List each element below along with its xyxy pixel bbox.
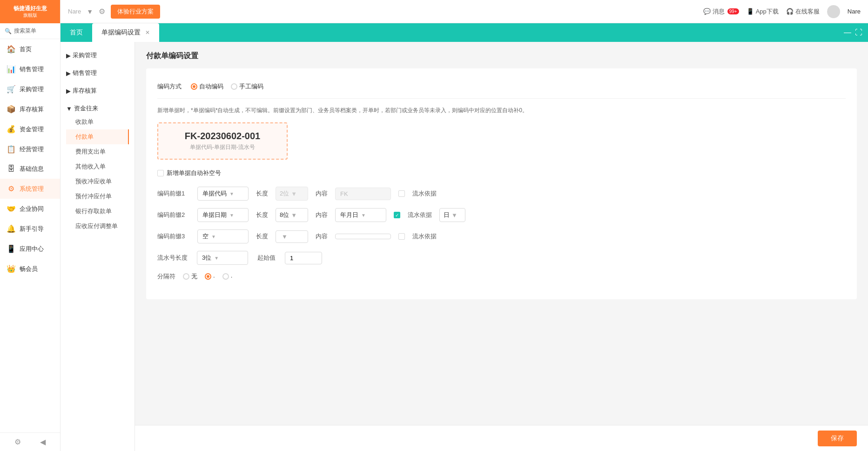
prefix2-content-select[interactable]: 年月日 ▼ (335, 208, 386, 222)
online-service-label: 在线客服 (795, 7, 820, 16)
prefix3-length-select[interactable]: ▼ (276, 230, 308, 243)
topbar-dropdown-icon[interactable]: ▼ (87, 8, 93, 15)
prefix2-content-label: 内容 (316, 211, 328, 219)
message-btn[interactable]: 💬 消息 99+ (703, 7, 739, 16)
auto-radio-dot (191, 83, 197, 90)
sep-radio-dot-dot (205, 273, 211, 280)
sub-group-inventory-title[interactable]: ▶ 库存核算 (66, 85, 129, 97)
sidebar-item-home[interactable]: 🏠 首页 (0, 39, 60, 59)
topbar-gear-icon[interactable]: ⚙ (99, 7, 105, 16)
prefix1-serial-checkbox[interactable] (398, 190, 405, 197)
sidebar-item-enterprise[interactable]: 🤝 企业协同 (0, 199, 60, 219)
prefix2-value: 单据日期 (202, 211, 227, 219)
sidebar-item-system[interactable]: ⚙ 系统管理 (0, 179, 60, 199)
sidebar-item-inventory[interactable]: 📦 库存核算 (0, 99, 60, 119)
sn-row: 流水号长度 3位 ▼ 起始值 (157, 251, 846, 265)
home-label: 首页 (20, 45, 32, 54)
prefix2-length-arrow: ▼ (291, 212, 297, 219)
sidebar-item-sales[interactable]: 📊 销售管理 (0, 59, 60, 79)
prefix1-length-label: 长度 (256, 189, 268, 198)
sep-radio-none[interactable]: 无 (183, 272, 197, 281)
day-select[interactable]: 日 ▼ (439, 208, 465, 222)
purchase-icon: 🛒 (7, 85, 16, 94)
auto-fill-label: 新增单据自动补空号 (167, 169, 221, 177)
prefix1-content-label: 内容 (316, 189, 328, 198)
sub-menu-item-other-income[interactable]: 其他收入单 (66, 159, 129, 174)
user-avatar[interactable] (827, 5, 840, 18)
start-value-input[interactable] (285, 252, 322, 264)
encoding-radio-group: 自动编码 手工编码 (191, 82, 263, 91)
settings-icon[interactable]: ⚙ (14, 438, 21, 446)
topbar: Nare ▼ ⚙ 体验行业方案 💬 消息 99+ 📱 App下载 🎧 在线客服 … (61, 0, 868, 23)
prefix1-value: 单据代码 (202, 189, 227, 198)
prefix1-length-arrow: ▼ (291, 190, 297, 197)
sidebar-item-newguide[interactable]: 🔔 新手引导 (0, 219, 60, 239)
prefix2-serial-checkbox[interactable]: ✓ (394, 212, 400, 218)
prefix3-select[interactable]: 空 ▼ (197, 229, 249, 243)
sub-group-purchase: ▶ 采购管理 (61, 46, 135, 63)
message-badge: 99+ (727, 8, 739, 14)
sidebar-item-member[interactable]: 👑 畅会员 (0, 259, 60, 279)
sub-menu-item-payment[interactable]: 付款单 (66, 129, 129, 144)
inventory-icon: 📦 (7, 105, 16, 114)
sidebar-item-operation[interactable]: 📋 经营管理 (0, 139, 60, 159)
content-area: ▶ 采购管理 ▶ 销售管理 ▶ 库存核算 ▼ 资金往来 (61, 42, 868, 451)
prefix3-label: 编码前缀3 (157, 232, 190, 241)
sub-menu-item-bank[interactable]: 银行存取款单 (66, 204, 129, 219)
day-value: 日 (444, 211, 450, 219)
sep-radio-dash[interactable]: · (222, 273, 233, 280)
sidebar-item-finance[interactable]: 💰 资金管理 (0, 119, 60, 139)
sub-group-sales-title[interactable]: ▶ 销售管理 (66, 67, 129, 79)
prefix1-length-value: 2位 (280, 189, 289, 198)
sub-menu-item-prepay-ap[interactable]: 预付冲应付单 (66, 189, 129, 204)
collapse-icon[interactable]: ◀ (40, 438, 46, 446)
operation-label: 经营管理 (20, 145, 44, 154)
auto-fill-checkbox[interactable] (157, 170, 164, 176)
prefix2-content-arrow: ▼ (361, 213, 366, 218)
tab-maximize-icon[interactable]: ⛶ (855, 28, 862, 37)
preview-box: FK-20230602-001 单据代码-单据日期-流水号 (157, 122, 288, 160)
online-service-btn[interactable]: 🎧 在线客服 (786, 7, 820, 16)
tab-minimize-icon[interactable]: — (844, 28, 851, 37)
prefix2-select[interactable]: 单据日期 ▼ (197, 208, 249, 222)
tab-home[interactable]: 首页 (61, 23, 92, 42)
encoding-tab-label: 单据编码设置 (101, 28, 141, 37)
home-tab-label: 首页 (70, 28, 83, 37)
sn-length-select[interactable]: 3位 ▼ (197, 251, 248, 265)
prefix1-select[interactable]: 单据代码 ▼ (197, 187, 249, 201)
sub-menu-item-expense[interactable]: 费用支出单 (66, 144, 129, 159)
sub-group-purchase-title[interactable]: ▶ 采购管理 (66, 49, 129, 61)
sub-menu-item-prepay-ar[interactable]: 预收冲应收单 (66, 174, 129, 189)
prefix3-content-input[interactable] (335, 234, 391, 239)
sidebar-bottom: ⚙ ◀ (0, 432, 60, 451)
prefix1-length-select[interactable]: 2位 ▼ (276, 187, 308, 201)
app-download-btn[interactable]: 📱 App下载 (747, 7, 779, 16)
tabbar: 首页 单据编码设置 ✕ — ⛶ (61, 23, 868, 42)
manual-encoding-radio[interactable]: 手工编码 (231, 82, 263, 91)
prefix3-length-label: 长度 (256, 232, 268, 241)
search-icon: 🔍 (5, 28, 12, 34)
sub-menu-item-adjust[interactable]: 应收应付调整单 (66, 219, 129, 234)
tab-close-icon[interactable]: ✕ (145, 29, 150, 36)
tab-encoding[interactable]: 单据编码设置 ✕ (92, 23, 159, 42)
sidebar-search[interactable]: 🔍 搜索菜单 (0, 23, 60, 39)
start-value-label: 起始值 (257, 254, 276, 262)
sub-menu-item-receipt[interactable]: 收款单 (66, 114, 129, 129)
sidebar-item-base[interactable]: 🗄 基础信息 (0, 159, 60, 179)
auto-encoding-label: 自动编码 (199, 82, 223, 91)
sub-group-finance-title[interactable]: ▼ 资金往来 (66, 102, 129, 114)
sidebar-item-appcenter[interactable]: 📱 应用中心 (0, 239, 60, 259)
save-button[interactable]: 保存 (818, 431, 857, 446)
sidebar-item-purchase[interactable]: 🛒 采购管理 (0, 79, 60, 99)
sep-radio-dot[interactable]: · (205, 273, 215, 280)
prefix2-content-value: 年月日 (340, 211, 358, 219)
encoding-mode-label: 编码方式 (157, 82, 182, 91)
sep-label: 分隔符 (157, 272, 175, 281)
industry-btn[interactable]: 体验行业方案 (111, 5, 160, 19)
auto-encoding-radio[interactable]: 自动编码 (191, 82, 223, 91)
prefix3-serial-checkbox[interactable] (398, 233, 405, 240)
manual-radio-dot (231, 83, 237, 90)
prefix2-length-select[interactable]: 8位 ▼ (276, 208, 308, 222)
expand-icon-3: ▶ (66, 88, 71, 94)
day-arrow: ▼ (451, 212, 458, 219)
